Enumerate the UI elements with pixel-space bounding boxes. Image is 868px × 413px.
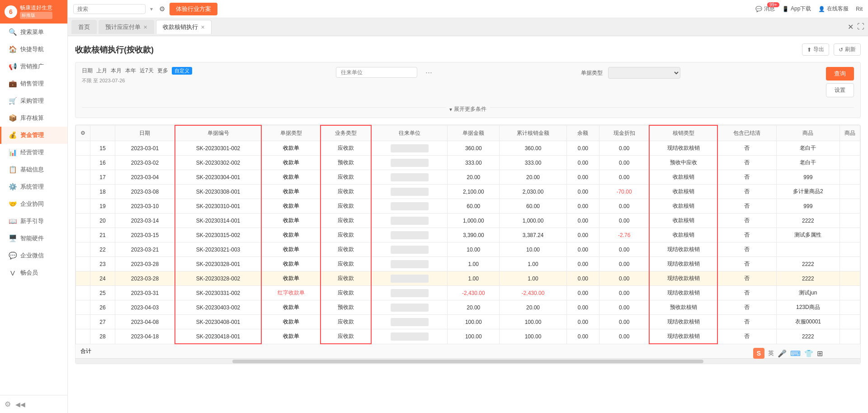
col-header-accum-amount[interactable]: 累计核销金额 [500, 125, 567, 141]
voucher-no-link[interactable]: SK-20230304-001 [196, 174, 240, 180]
app-download-button[interactable]: 📱 App下载 [782, 5, 811, 13]
col-header-product1[interactable]: 商品 [776, 125, 840, 141]
sidebar-item-finance[interactable]: 💰 资金管理 [0, 127, 67, 144]
sidebar-item-sales[interactable]: 💼 销售管理 [0, 75, 67, 92]
col-settings-cell[interactable] [76, 300, 90, 315]
col-header-voucher-type[interactable]: 单据类型 [261, 125, 321, 141]
filter-partner-group: ··· [327, 67, 581, 78]
voucher-no-link[interactable]: SK-20230301-002 [196, 145, 240, 152]
col-header-biz-type[interactable]: 业务类型 [321, 125, 371, 141]
col-settings-cell[interactable] [76, 170, 90, 185]
col-settings-cell[interactable] [76, 315, 90, 329]
tab-close-collection[interactable]: ✕ [201, 24, 205, 30]
col-product1: 老白干 [776, 141, 840, 156]
col-settings-cell[interactable] [76, 286, 90, 300]
settings-icon[interactable]: ⚙ [5, 400, 11, 408]
sidebar-item-basic[interactable]: 📋 基础信息 [0, 161, 67, 178]
sidebar-item-wechat[interactable]: 💬 企业微信 [0, 247, 67, 264]
sidebar-item-hardware[interactable]: 🖥️ 智能硬件 [0, 230, 67, 247]
horizontal-scrollbar[interactable] [75, 358, 860, 364]
chevron-down-icon[interactable]: ▾ [150, 6, 153, 12]
search-input[interactable] [73, 4, 146, 14]
voucher-no-link[interactable]: SK-20230315-002 [196, 232, 240, 238]
col-header-product2[interactable]: 商品 [840, 125, 860, 141]
sidebar-item-guide[interactable]: 📖 新手引导 [0, 213, 67, 230]
voucher-no-link[interactable]: SK-20230328-002 [196, 275, 240, 282]
sidebar-item-inventory[interactable]: 📦 库存核算 [0, 109, 67, 127]
col-balance: 0.00 [566, 271, 599, 286]
online-service-button[interactable]: 👤 在线客服 [818, 5, 849, 13]
col-header-settings[interactable]: ⚙ [76, 125, 90, 141]
col-header-include-settled[interactable]: 包含已结清 [717, 125, 776, 141]
setting-button[interactable]: 设置 [826, 83, 854, 97]
voucher-no-link[interactable]: SK-20230418-001 [196, 333, 240, 340]
sidebar-item-enterprise[interactable]: 🤝 企业协同 [0, 195, 67, 213]
col-settings-cell[interactable] [76, 271, 90, 286]
col-partner: ████████ [371, 257, 448, 271]
scroll-thumb[interactable] [232, 360, 703, 363]
more-date-btn[interactable]: 更多 [157, 67, 168, 75]
tab-collection[interactable]: 收款核销执行✕ [156, 20, 212, 34]
collapse-icon[interactable]: ◀◀ [15, 401, 25, 408]
voucher-no-link[interactable]: SK-20230403-002 [196, 304, 240, 311]
expand-icon[interactable]: ⛶ [857, 23, 864, 31]
sidebar-item-operation[interactable]: 📊 经营管理 [0, 144, 67, 161]
query-button[interactable]: 查询 [826, 67, 854, 81]
last-7-days-btn[interactable]: 近7天 [140, 67, 154, 75]
voucher-no-link[interactable]: SK-20230408-001 [196, 319, 240, 325]
this-month-btn[interactable]: 本月 [111, 67, 122, 75]
solution-button[interactable]: 体验行业方案 [170, 3, 217, 15]
col-settings-cell[interactable] [76, 228, 90, 242]
voucher-no-link[interactable]: SK-20230331-002 [196, 290, 240, 296]
col-include-settled: 否 [717, 300, 776, 315]
col-header-date[interactable]: 日期 [115, 125, 175, 141]
col-rownum: 17 [90, 170, 115, 185]
col-settings-cell[interactable] [76, 199, 90, 214]
voucher-no-link[interactable]: SK-20230310-001 [196, 203, 240, 209]
col-header-cash-discount[interactable]: 现金折扣 [599, 125, 649, 141]
sidebar-item-quicknav[interactable]: 🏠 快捷导航 [0, 41, 67, 58]
voucher-no-link[interactable]: SK-20230302-002 [196, 160, 240, 166]
expand-line-left [82, 107, 446, 108]
expand-filter-btn[interactable]: ▾ 展开更多条件 [449, 105, 486, 113]
tab-home[interactable]: 首页 [71, 20, 97, 34]
col-balance: 0.00 [566, 156, 599, 170]
voucher-type-select[interactable] [608, 67, 680, 79]
col-product1: 999 [776, 170, 840, 185]
tab-prepay[interactable]: 预计应应付单✕ [99, 20, 154, 34]
col-balance: 0.00 [566, 185, 599, 199]
col-header-voucher-no[interactable]: 单据编号 [175, 125, 261, 141]
sidebar-item-member[interactable]: V 畅会员 [0, 264, 67, 281]
col-header-amount[interactable]: 单据金额 [448, 125, 500, 141]
col-settings-cell[interactable] [76, 257, 90, 271]
voucher-no-link[interactable]: SK-20230328-001 [196, 261, 240, 267]
gear-icon[interactable]: ⚙ [159, 5, 165, 13]
col-settings-cell[interactable] [76, 214, 90, 228]
partner-input[interactable] [336, 67, 417, 78]
col-settings-cell[interactable] [76, 185, 90, 199]
date-range-display: 不限 至 2023-07-26 [82, 77, 327, 84]
custom-date-btn[interactable]: 自定义 [172, 67, 192, 75]
this-year-btn[interactable]: 本年 [125, 67, 136, 75]
voucher-no-link[interactable]: SK-20230314-001 [196, 218, 240, 224]
tab-controls: ✕ ⛶ [848, 23, 864, 31]
sidebar-item-purchase[interactable]: 🛒 采购管理 [0, 92, 67, 109]
export-button[interactable]: ⬆ 导出 [802, 43, 829, 56]
refresh-button[interactable]: ↺ 刷新 [834, 43, 861, 56]
tab-close-prepay[interactable]: ✕ [143, 24, 147, 30]
sidebar-item-marketing[interactable]: 📢 营销推广 [0, 58, 67, 75]
voucher-no-link[interactable]: SK-20230321-003 [196, 247, 240, 253]
col-settings-cell[interactable] [76, 242, 90, 257]
close-tab-icon[interactable]: ✕ [848, 23, 854, 31]
col-header-partner[interactable]: 往来单位 [371, 125, 448, 141]
last-month-btn[interactable]: 上月 [96, 67, 107, 75]
col-settings-cell[interactable] [76, 329, 90, 344]
voucher-no-link[interactable]: SK-20230308-001 [196, 189, 240, 195]
col-header-cancel-type[interactable]: 核销类型 [649, 125, 717, 141]
col-settings-cell[interactable] [76, 156, 90, 170]
col-header-balance[interactable]: 余额 [566, 125, 599, 141]
messages-button[interactable]: 💬 消息 99+ [755, 5, 775, 13]
sidebar-item-search[interactable]: 🔍 搜索菜单 [0, 24, 67, 41]
col-settings-cell[interactable] [76, 141, 90, 156]
sidebar-item-system[interactable]: ⚙️ 系统管理 [0, 178, 67, 195]
